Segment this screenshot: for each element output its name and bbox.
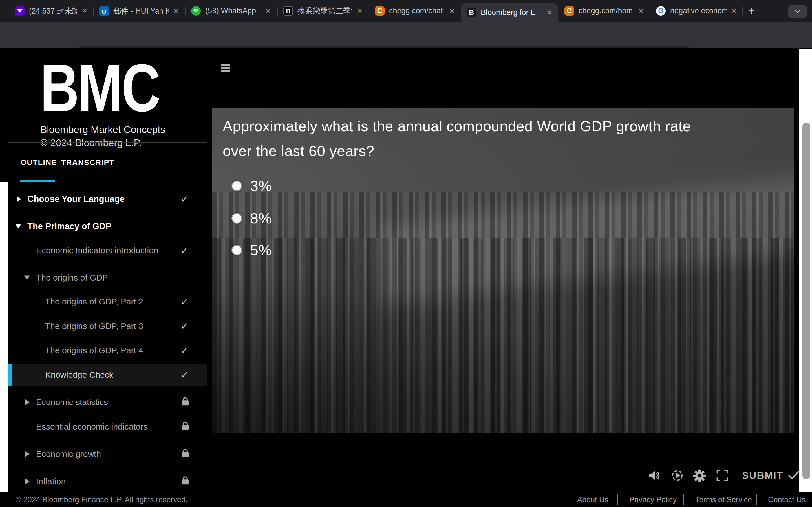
item-label: The Primacy of GDP [28,221,111,231]
tab-search-button[interactable] [788,5,807,18]
tab-close-icon[interactable]: ✕ [547,9,553,17]
sidebar-item-knowledge-check[interactable]: Knowledge Check ✓ [0,367,207,383]
locked-icon [182,425,189,430]
logo-subtitle: Bloomberg Market Concepts [40,124,165,135]
tab-label: chegg.com/hom [578,6,633,15]
item-label: Inflation [36,476,66,486]
tab-chegg-home[interactable]: C chegg.com/hom ✕ [559,0,649,22]
tab-whatsapp[interactable]: 53 (53) WhatsApp ✕ [186,0,276,22]
item-label: The origins of GDP [36,273,108,283]
completed-check-icon: ✓ [181,296,189,307]
settings-gear-icon[interactable] [693,469,707,483]
tab-label: 郵件 - HUI Yan K [113,6,168,16]
item-label: The origins of GDP, Part 4 [45,346,143,355]
course-sidebar: BMC Bloomberg Market Concepts © 2024 Blo… [0,48,207,507]
radio-button-icon[interactable] [232,245,242,256]
sidebar-divider [8,142,207,143]
page-footer: © 2024 Bloomberg Finance L.P. All rights… [0,492,812,507]
chevron-right-icon[interactable] [17,196,21,202]
footer-link-about[interactable]: About Us [577,496,608,504]
tab-label: Bloomberg for E [481,8,543,17]
chevron-right-icon[interactable] [26,399,30,405]
chevron-down-icon[interactable] [24,276,30,280]
chegg-favicon-icon: C [375,6,385,16]
item-label: Essential economic indicators [36,422,147,432]
sidebar-item-essential-indicators[interactable]: Essential economic indicators [0,418,207,435]
item-label: Economic Indicators introduction [36,245,158,255]
radio-button-icon[interactable] [232,213,242,224]
tab-chegg-chat[interactable]: C chegg.com/chat ✕ [369,0,460,22]
fullscreen-icon[interactable] [716,469,729,482]
submit-button[interactable]: SUBMIT [742,470,800,481]
item-label: Economic growth [36,449,101,459]
sidebar-item-econ-indicators-intro[interactable]: Economic Indicators introduction ✓ [0,242,207,259]
tab-bloomberg-active[interactable]: B Bloomberg for E ✕ [461,3,558,22]
tab-outlook[interactable]: o 郵件 - HUI Yan K ✕ [94,0,185,22]
left-scrollbar-track[interactable] [0,182,8,492]
tab-close-icon[interactable]: ✕ [638,7,644,15]
item-label: Choose Your Language [28,194,124,204]
new-tab-button[interactable]: + [745,4,758,17]
tab-label: 換乘戀愛第二季第 [297,6,352,16]
tab-close-icon[interactable]: ✕ [449,7,455,15]
tab-mail[interactable]: (24,637 封未讀電 ✕ [9,0,93,22]
option-label: 5% [250,242,272,259]
tab-close-icon[interactable]: ✕ [173,7,179,15]
answer-option-8pct[interactable]: 8% [232,210,272,227]
sidebar-item-origins-of-gdp[interactable]: The origins of GDP [0,269,207,286]
sidebar-item-primacy-of-gdp[interactable]: The Primacy of GDP [0,218,207,235]
sidebar-item-origins-part3[interactable]: The origins of GDP, Part 3 ✓ [0,318,207,335]
sidebar-item-origins-part2[interactable]: The origins of GDP, Part 2 ✓ [0,293,207,310]
tab-divider [742,7,743,15]
chevron-right-icon[interactable] [26,451,30,457]
tab-label: (24,637 封未讀電 [29,6,77,16]
tab-drama[interactable]: D 換乘戀愛第二季第 ✕ [278,0,368,22]
footer-copyright: © 2024 Bloomberg Finance L.P. All rights… [15,496,188,504]
option-label: 8% [250,210,272,227]
sidebar-item-economic-growth[interactable]: Economic growth [0,446,207,462]
sidebar-item-inflation[interactable]: Inflation [0,473,207,490]
sidebar-item-origins-part4[interactable]: The origins of GDP, Part 4 ✓ [0,342,207,359]
right-scrollbar-track[interactable] [799,49,812,492]
chegg-favicon-icon: C [564,6,574,16]
video-site-favicon-icon: D [283,6,293,16]
locked-icon [182,400,189,405]
browser-toolbar: portal.bloombergforeducation.com/courses… [0,22,812,48]
sidebar-item-economic-statistics[interactable]: Economic statistics [0,394,207,411]
locked-icon [182,452,189,457]
chevron-down-icon[interactable] [15,224,21,229]
tab-google-search[interactable]: G negative econom ✕ [651,0,742,22]
playback-speed-icon[interactable] [670,469,684,482]
completed-check-icon: ✓ [181,245,189,256]
footer-link-privacy[interactable]: Privacy Policy [629,496,677,504]
answer-option-5pct[interactable]: 5% [232,242,272,259]
chevron-down-icon [794,7,802,16]
footer-link-terms[interactable]: Terms of Service [695,496,752,504]
tab-close-icon[interactable]: ✕ [731,7,737,15]
item-label: The origins of GDP, Part 2 [45,297,143,306]
tab-close-icon[interactable]: ✕ [265,7,271,15]
item-label: Economic statistics [36,397,108,407]
answer-option-3pct[interactable]: 3% [232,177,272,194]
page-content: BMC Bloomberg Market Concepts © 2024 Blo… [0,48,812,507]
completed-check-icon: ✓ [181,321,189,332]
tab-transcript[interactable]: TRANSCRIPT [61,158,114,167]
radio-button-icon[interactable] [232,180,242,191]
tab-outline[interactable]: OUTLINE [20,158,57,167]
video-quiz-player[interactable]: Approximately what is the annual compoun… [212,108,794,434]
mail-favicon-icon [15,6,24,16]
tab-close-icon[interactable]: ✕ [357,7,363,15]
submit-check-icon [788,470,800,481]
google-favicon-icon: G [656,6,666,16]
footer-divider [683,494,684,505]
footer-link-contact[interactable]: Contact Us [768,496,806,504]
outlook-favicon-icon: o [99,6,109,16]
menu-hamburger-icon[interactable] [221,64,231,72]
sidebar-item-choose-language[interactable]: Choose Your Language ✓ [0,191,207,208]
completed-check-icon: ✓ [181,369,189,381]
volume-icon[interactable] [647,469,661,482]
tab-close-icon[interactable]: ✕ [82,7,87,15]
chevron-right-icon[interactable] [26,478,30,484]
scrollbar-thumb[interactable] [802,123,810,479]
whatsapp-favicon-icon: 53 [191,6,201,16]
